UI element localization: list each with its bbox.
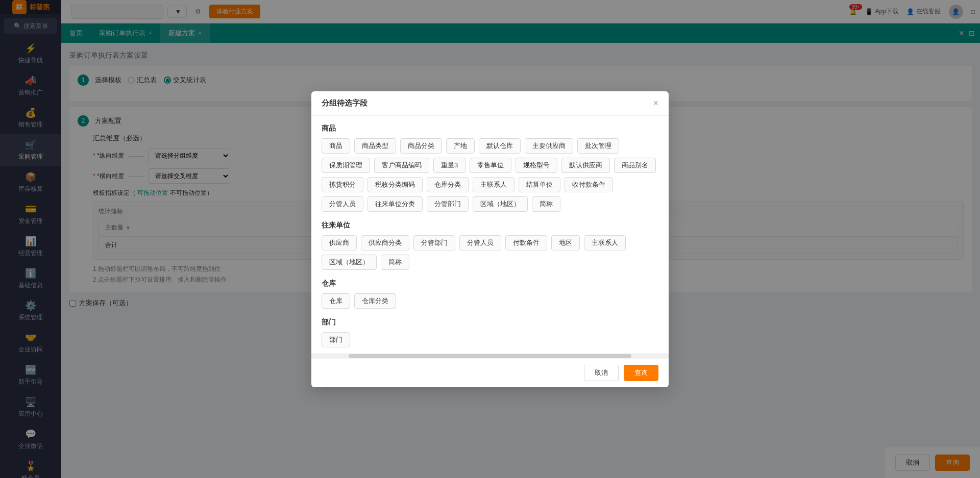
field-tag-0-6[interactable]: 批次管理 xyxy=(577,138,619,154)
field-tag-3-0[interactable]: 部门 xyxy=(322,332,350,347)
field-tag-0-14[interactable]: 拣货积分 xyxy=(322,177,363,192)
field-tag-0-0[interactable]: 商品 xyxy=(322,138,350,154)
modal-cancel-btn[interactable]: 取消 xyxy=(584,365,619,381)
field-tag-0-2[interactable]: 商品分类 xyxy=(400,138,442,154)
modal-hscroll[interactable] xyxy=(311,354,669,358)
field-tag-0-4[interactable]: 默认仓库 xyxy=(479,138,521,154)
modal-body[interactable]: 商品商品商品类型商品分类产地默认仓库主要供应商批次管理保质期管理客户商品编码重量… xyxy=(311,116,669,354)
field-tags-0: 商品商品类型商品分类产地默认仓库主要供应商批次管理保质期管理客户商品编码重量3零… xyxy=(322,138,658,212)
field-tag-1-5[interactable]: 地区 xyxy=(551,235,580,250)
field-group-title-0: 商品 xyxy=(322,124,658,133)
field-tag-0-3[interactable]: 产地 xyxy=(446,138,475,154)
field-tag-0-22[interactable]: 分管部门 xyxy=(427,196,469,212)
modal-close-btn[interactable]: × xyxy=(653,98,658,108)
field-tag-0-16[interactable]: 仓库分类 xyxy=(427,177,469,192)
field-tag-0-5[interactable]: 主要供应商 xyxy=(525,138,573,154)
field-tag-1-6[interactable]: 主联系人 xyxy=(584,235,626,250)
field-tag-0-17[interactable]: 主联系人 xyxy=(473,177,514,192)
field-tag-1-0[interactable]: 供应商 xyxy=(322,235,357,250)
field-tag-0-1[interactable]: 商品类型 xyxy=(354,138,396,154)
field-tags-1: 供应商供应商分类分管部门分管人员付款条件地区主联系人区域（地区）简称 xyxy=(322,235,658,270)
field-tags-3: 部门 xyxy=(322,332,658,347)
field-tag-1-8[interactable]: 简称 xyxy=(381,255,409,270)
modal-footer: 取消 查询 xyxy=(311,358,669,387)
field-tag-0-18[interactable]: 结算单位 xyxy=(519,177,560,192)
field-tag-0-13[interactable]: 商品别名 xyxy=(614,158,656,173)
modal-header: 分组待选字段 × xyxy=(311,91,669,116)
field-group-3: 部门部门 xyxy=(322,318,658,347)
field-group-1: 往来单位供应商供应商分类分管部门分管人员付款条件地区主联系人区域（地区）简称 xyxy=(322,221,658,270)
field-tag-0-23[interactable]: 区域（地区） xyxy=(473,196,528,212)
field-select-modal: 分组待选字段 × 商品商品商品类型商品分类产地默认仓库主要供应商批次管理保质期管… xyxy=(311,91,669,387)
field-tag-0-19[interactable]: 收付款条件 xyxy=(565,177,613,192)
field-tag-0-9[interactable]: 重量3 xyxy=(433,158,465,173)
field-group-2: 仓库仓库仓库分类 xyxy=(322,279,658,309)
field-tag-0-12[interactable]: 默认供应商 xyxy=(561,158,610,173)
modal-confirm-btn[interactable]: 查询 xyxy=(624,365,658,381)
field-tag-0-24[interactable]: 简称 xyxy=(532,196,560,212)
field-group-title-3: 部门 xyxy=(322,318,658,327)
field-tag-2-1[interactable]: 仓库分类 xyxy=(354,293,396,309)
field-tags-2: 仓库仓库分类 xyxy=(322,293,658,309)
field-group-title-1: 往来单位 xyxy=(322,221,658,230)
field-tag-0-15[interactable]: 税收分类编码 xyxy=(368,177,423,192)
field-group-title-2: 仓库 xyxy=(322,279,658,288)
field-tag-2-0[interactable]: 仓库 xyxy=(322,293,350,309)
field-tag-0-20[interactable]: 分管人员 xyxy=(322,196,363,212)
field-tag-1-7[interactable]: 区域（地区） xyxy=(322,255,377,270)
field-tag-0-21[interactable]: 往来单位分类 xyxy=(368,196,423,212)
field-tag-1-1[interactable]: 供应商分类 xyxy=(361,235,409,250)
field-tag-1-2[interactable]: 分管部门 xyxy=(413,235,455,250)
field-tag-0-8[interactable]: 客户商品编码 xyxy=(374,158,429,173)
modal-overlay: 分组待选字段 × 商品商品商品类型商品分类产地默认仓库主要供应商批次管理保质期管… xyxy=(0,0,980,478)
modal-title: 分组待选字段 xyxy=(322,98,368,108)
field-tag-0-11[interactable]: 规格型号 xyxy=(516,158,557,173)
field-tag-0-7[interactable]: 保质期管理 xyxy=(322,158,370,173)
field-tag-1-4[interactable]: 付款条件 xyxy=(505,235,547,250)
hscroll-thumb xyxy=(349,354,631,358)
field-tag-0-10[interactable]: 零售单位 xyxy=(470,158,511,173)
field-tag-1-3[interactable]: 分管人员 xyxy=(459,235,501,250)
field-group-0: 商品商品商品类型商品分类产地默认仓库主要供应商批次管理保质期管理客户商品编码重量… xyxy=(322,124,658,212)
